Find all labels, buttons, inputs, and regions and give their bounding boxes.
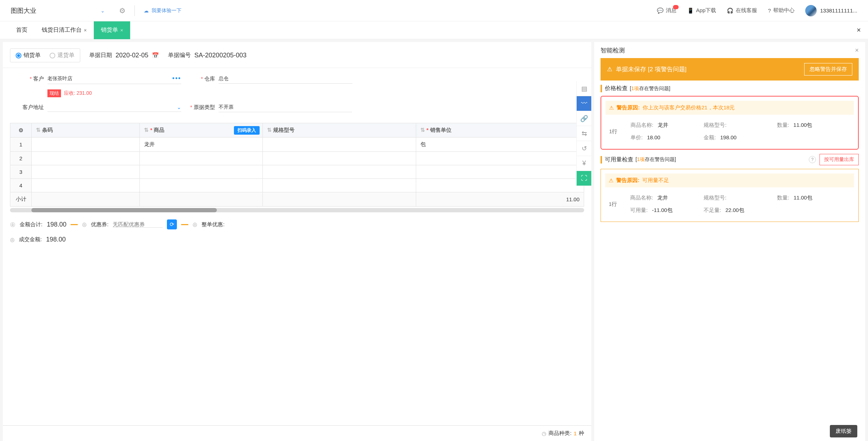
experience-label: 我要体验一下 [152, 7, 182, 14]
service-label: 在线客服 [736, 7, 757, 14]
smart-check-panel: 智能检测 × ⚠ 单据未保存 [2 项警告问题] 忽略警告并保存 价格检查 [1… [594, 42, 865, 441]
messages-link[interactable]: 💬 消息 [657, 7, 676, 14]
product-kinds-suffix: 种 [579, 430, 584, 437]
avail-check-header: 可用量检查 [1项存在警告问题] ? 按可用量出库 [601, 154, 859, 165]
price-check-section: ⚠ 警告原因: 你上次与该客户交易价格21，本次18元 1行 商品名称:龙井 规… [601, 96, 859, 150]
avail-check-section: ⚠ 警告原因: 可用量不足 1行 商品名称:龙井 规格型号: 数量:11.00包… [601, 169, 859, 222]
rail-exchange-icon[interactable]: ⇆ [577, 126, 591, 141]
receivable-text: 应收: 231.00 [64, 90, 92, 97]
refresh-button[interactable]: ⟳ [167, 219, 177, 229]
radio-sale[interactable]: 销货单 [16, 52, 41, 59]
rail-doc-icon[interactable]: ▤ [577, 81, 591, 96]
chevron-down-icon: ⌄ [101, 8, 105, 14]
experience-link[interactable]: ☁ 我要体验一下 [144, 7, 182, 14]
close-icon[interactable]: × [855, 47, 859, 54]
side-rail: ▤ 〰 🔗 ⇆ ↺ ¥ ⛶ [576, 81, 591, 186]
banner-text: 单据未保存 [2 项警告问题] [616, 65, 686, 73]
address-input[interactable]: ⌄ [47, 103, 181, 112]
col-product[interactable]: ⇅*商品 扫码录入 [140, 123, 263, 138]
help-label: 帮助中心 [773, 7, 795, 14]
radio-return[interactable]: 退货单 [50, 52, 75, 59]
coupon-input[interactable] [113, 221, 163, 228]
price-warn-reason: ⚠ 警告原因: 你上次与该客户交易价格21，本次18元 [606, 101, 854, 115]
order-form-panel: 销货单 退货单 单据日期 2020-02-05 📅 单据编号 SA-202002… [3, 42, 591, 441]
coupon-icon: ◎ [82, 221, 87, 228]
date-value[interactable]: 2020-02-05 [116, 52, 148, 59]
notification-badge [673, 5, 679, 9]
warning-banner: ⚠ 单据未保存 [2 项警告问题] 忽略警告并保存 [601, 58, 859, 81]
ellipsis-icon[interactable]: ••• [172, 75, 181, 82]
subtotal-row: 小计11.00 [10, 192, 584, 207]
warning-icon: ⚠ [609, 105, 614, 111]
gear-icon[interactable]: ⚙ [119, 6, 126, 15]
row-label: 1行 [609, 122, 623, 141]
table-row[interactable]: 4 [10, 179, 584, 192]
cloud-icon: ☁ [144, 8, 149, 14]
rail-link-icon[interactable]: 🔗 [577, 111, 591, 126]
tabs-bar: 首页 钱货日清工作台 × 销货单 × × [0, 21, 868, 39]
product-kinds-value: 1 [574, 430, 577, 436]
deal-icon: ◎ [10, 237, 15, 243]
headset-icon: 🎧 [727, 7, 734, 14]
product-kinds-label: 商品种类: [548, 430, 571, 437]
tab-home[interactable]: 首页 [9, 21, 35, 39]
warning-icon: ⚠ [609, 177, 613, 184]
warning-icon: ⚠ [607, 66, 612, 73]
phone-icon: 📱 [687, 7, 694, 14]
app-download-label: App下载 [696, 7, 716, 14]
avail-warn-reason: ⚠ 警告原因: 可用量不足 [605, 173, 854, 187]
warehouse-input[interactable]: 总仓 [219, 74, 352, 84]
help-center-link[interactable]: ? 帮助中心 [768, 7, 794, 14]
radio-unchecked-icon [50, 53, 55, 58]
rail-money-icon[interactable]: ¥ [577, 156, 591, 171]
order-type-radio-group: 销货单 退货单 [10, 48, 80, 62]
close-icon[interactable]: × [84, 27, 87, 33]
coupon-label: 优惠券: [91, 221, 108, 228]
divider [134, 5, 135, 16]
minus-icon [181, 224, 188, 225]
company-select[interactable]: 图图大业 ⌄ [11, 6, 105, 15]
table-row[interactable]: 3 [10, 165, 584, 179]
help-icon[interactable]: ? [809, 156, 816, 163]
scan-button[interactable]: 扫码录入 [234, 126, 260, 135]
date-label: 单据日期 [89, 52, 112, 59]
col-barcode[interactable]: ⇅条码 [32, 123, 140, 138]
table-row[interactable]: 1龙井包 [10, 138, 584, 152]
calendar-icon[interactable]: 📅 [152, 52, 159, 59]
online-service-link[interactable]: 🎧 在线客服 [727, 7, 757, 14]
col-unit[interactable]: ⇅*销售单位 [416, 123, 584, 138]
username[interactable]: 13381111111... [820, 7, 857, 14]
table-row[interactable]: 2 [10, 152, 584, 165]
ship-by-available-button[interactable]: 按可用量出库 [820, 154, 859, 165]
docno-label: 单据编号 [168, 52, 191, 59]
rail-expand-icon[interactable]: ⛶ [577, 171, 591, 186]
settle-badge: 现结 [47, 89, 61, 97]
question-icon: ? [768, 7, 771, 14]
rail-chart-icon[interactable]: 〰 [577, 96, 591, 111]
clock-icon: ◷ [542, 430, 546, 437]
discount-icon: ◎ [193, 221, 197, 228]
table-settings-header[interactable]: ⚙ [10, 123, 32, 138]
close-icon[interactable]: × [120, 27, 123, 33]
radio-checked-icon [16, 53, 21, 58]
col-spec[interactable]: ⇅规格型号 [263, 123, 416, 138]
customer-input[interactable]: 老张茶叶店 ••• [47, 73, 181, 84]
tab-sales-order[interactable]: 销货单 × [94, 21, 130, 39]
ignore-save-button[interactable]: 忽略警告并保存 [804, 63, 852, 76]
chat-icon: 💬 [657, 7, 664, 14]
items-table: ⚙ ⇅条码 ⇅*商品 扫码录入 ⇅规格型号 ⇅*销售单位 1龙井包 2 3 4 … [10, 123, 584, 207]
app-download-link[interactable]: 📱 App下载 [687, 7, 716, 14]
trash-button[interactable]: 废纸篓 [830, 425, 857, 437]
tab-workbench[interactable]: 钱货日清工作台 × [35, 21, 94, 39]
invoice-input[interactable]: 不开票 [219, 103, 352, 112]
close-all-icon[interactable]: × [857, 26, 861, 34]
deal-label: 成交金额: [19, 236, 42, 243]
panel-title: 智能检测 [601, 46, 625, 55]
deal-value: 198.00 [46, 236, 66, 243]
amount-total-value: 198.00 [47, 221, 66, 228]
horizontal-scrollbar[interactable] [10, 208, 584, 212]
rail-history-icon[interactable]: ↺ [577, 141, 591, 156]
footer-bar: ◷ 商品种类: 1 种 [3, 425, 591, 441]
price-check-header: 价格检查 [1项存在警告问题] [601, 85, 859, 92]
avatar[interactable] [805, 5, 817, 16]
